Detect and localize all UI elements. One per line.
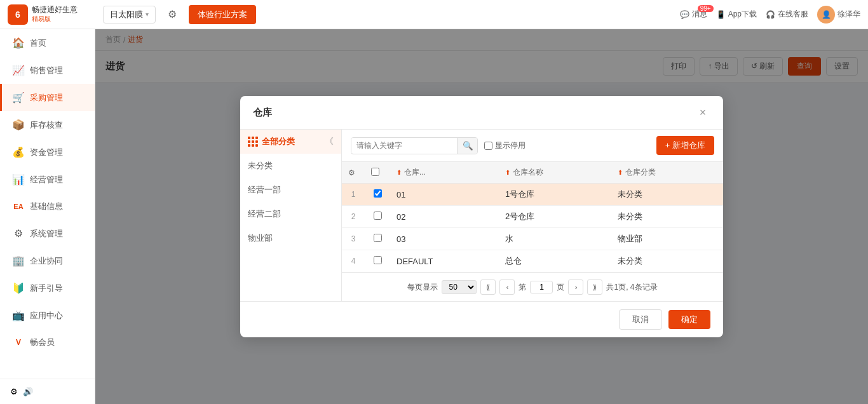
sidebar-item-operations[interactable]: 📊 经营管理 bbox=[0, 166, 95, 193]
table-row[interactable]: 4 DEFAULT 总仓 未分类 bbox=[342, 250, 723, 273]
sidebar-bottom[interactable]: ⚙ 🔊 bbox=[0, 379, 95, 404]
row-select-checkbox[interactable] bbox=[374, 189, 382, 198]
sidebar-item-finance[interactable]: 💰 资金管理 bbox=[0, 138, 95, 166]
add-warehouse-button[interactable]: + 新增仓库 bbox=[656, 136, 714, 155]
enterprise-icon: 🏢 bbox=[12, 255, 25, 267]
gear-button[interactable]: ⚙ bbox=[162, 4, 182, 25]
app-download-action[interactable]: 📱 App下载 bbox=[716, 9, 757, 20]
row-checkbox[interactable] bbox=[365, 206, 390, 228]
modal-close-button[interactable]: × bbox=[695, 105, 710, 120]
table-row[interactable]: 2 02 2号仓库 未分类 bbox=[342, 206, 723, 228]
volume-icon: 🔊 bbox=[23, 387, 33, 396]
page-number-input[interactable] bbox=[530, 281, 553, 293]
row-name: 总仓 bbox=[499, 250, 611, 273]
next-page-button[interactable]: › bbox=[568, 279, 583, 295]
prev-page-button[interactable]: ‹ bbox=[499, 279, 515, 295]
member-icon: V bbox=[12, 338, 25, 347]
sidebar-item-member[interactable]: V 畅会员 bbox=[0, 329, 95, 356]
sidebar-item-purchase[interactable]: 🛒 采购管理 bbox=[0, 84, 95, 111]
top-header: 6 畅捷通好生意 精易版 日太阳膜 ▾ ⚙ 体验行业方案 💬 消息 99+ 📱 … bbox=[0, 0, 868, 29]
search-box: 🔍 bbox=[351, 137, 478, 154]
system-icon: ⚙ bbox=[12, 227, 25, 239]
show-disabled-label: 显示停用 bbox=[484, 140, 526, 151]
sidebar-item-basics[interactable]: EA 基础信息 bbox=[0, 193, 95, 220]
select-all-checkbox[interactable] bbox=[371, 168, 379, 176]
modal-overlay: 仓库 × bbox=[95, 29, 868, 404]
row-index: 3 bbox=[342, 228, 365, 250]
table-row[interactable]: 3 03 水 物业部 bbox=[342, 228, 723, 250]
app-icon: 📱 bbox=[716, 10, 726, 19]
finance-icon: 💰 bbox=[12, 146, 25, 158]
sidebar-item-apps[interactable]: 📺 应用中心 bbox=[0, 302, 95, 329]
notification-action[interactable]: 💬 消息 99+ bbox=[680, 9, 707, 20]
row-name: 1号仓库 bbox=[499, 184, 611, 206]
row-select-checkbox[interactable] bbox=[374, 212, 382, 220]
sidebar-item-sales[interactable]: 📈 销售管理 bbox=[0, 57, 95, 84]
sales-icon: 📈 bbox=[12, 64, 25, 76]
row-select-checkbox[interactable] bbox=[374, 234, 382, 242]
sidebar-item-enterprise[interactable]: 🏢 企业协同 bbox=[0, 247, 95, 274]
confirm-button[interactable]: 确定 bbox=[668, 310, 710, 329]
logo-icon: 6 bbox=[8, 4, 28, 25]
row-name: 水 bbox=[499, 228, 611, 250]
online-service-action[interactable]: 🎧 在线客服 bbox=[766, 9, 808, 20]
online-service-label: 在线客服 bbox=[778, 9, 808, 20]
modal-title: 仓库 bbox=[253, 107, 272, 119]
search-input[interactable] bbox=[351, 138, 457, 153]
purchase-icon: 🛒 bbox=[12, 91, 25, 104]
sidebar: 🏠 首页 📈 销售管理 🛒 采购管理 📦 库存核查 💰 资金管理 📊 经营管理 … bbox=[0, 29, 95, 404]
row-name: 2号仓库 bbox=[499, 206, 611, 228]
collapse-icon[interactable]: 《 bbox=[325, 136, 334, 147]
row-select-checkbox[interactable] bbox=[374, 256, 382, 264]
user-action[interactable]: 👤 徐泽华 bbox=[817, 6, 860, 24]
search-button[interactable]: 🔍 bbox=[457, 138, 478, 154]
user-avatar-icon: 👤 bbox=[822, 10, 831, 19]
sidebar-item-inventory[interactable]: 📦 库存核查 bbox=[0, 111, 95, 138]
cancel-button[interactable]: 取消 bbox=[619, 309, 662, 330]
per-page-select[interactable]: 50 100 200 bbox=[442, 280, 477, 294]
category-list: 未分类 经营一部 经营二部 物业部 bbox=[240, 154, 341, 301]
sort-icon: ⬆ bbox=[397, 169, 402, 176]
sort-icon-cat: ⬆ bbox=[618, 169, 623, 176]
page-suffix: 页 bbox=[557, 282, 564, 293]
category-item-property[interactable]: 物业部 bbox=[240, 226, 341, 250]
sidebar-label-member: 畅会员 bbox=[30, 337, 55, 348]
row-checkbox[interactable] bbox=[365, 184, 390, 206]
trial-button[interactable]: 体验行业方案 bbox=[189, 5, 256, 24]
th-settings: ⚙ bbox=[342, 162, 365, 184]
row-code: 03 bbox=[390, 228, 499, 250]
show-disabled-checkbox[interactable] bbox=[484, 142, 492, 150]
category-item-uncategorized[interactable]: 未分类 bbox=[240, 154, 341, 178]
category-item-ops1[interactable]: 经营一部 bbox=[240, 178, 341, 202]
category-header[interactable]: 全部分类 《 bbox=[240, 130, 341, 154]
row-code: 02 bbox=[390, 206, 499, 228]
th-name: ⬆ 仓库名称 bbox=[499, 162, 611, 184]
table-scroll: ⚙ ⬆ 仓库... bbox=[342, 162, 723, 273]
logo-area: 6 畅捷通好生意 精易版 bbox=[8, 4, 103, 25]
guide-icon: 🔰 bbox=[12, 282, 25, 294]
sidebar-label-inventory: 库存核查 bbox=[30, 119, 63, 131]
category-item-ops2[interactable]: 经营二部 bbox=[240, 202, 341, 226]
store-name: 日太阳膜 bbox=[110, 9, 143, 20]
sidebar-item-guide[interactable]: 🔰 新手引导 bbox=[0, 274, 95, 302]
row-checkbox[interactable] bbox=[365, 228, 390, 250]
row-category: 未分类 bbox=[611, 206, 723, 228]
modal-footer: 取消 确定 bbox=[240, 301, 723, 337]
row-index: 4 bbox=[342, 250, 365, 273]
store-selector[interactable]: 日太阳膜 ▾ bbox=[103, 6, 156, 24]
sidebar-item-system[interactable]: ⚙ 系统管理 bbox=[0, 220, 95, 247]
sidebar-item-home[interactable]: 🏠 首页 bbox=[0, 29, 95, 57]
total-text: 共1页, 4条记录 bbox=[606, 282, 657, 293]
row-checkbox[interactable] bbox=[365, 250, 390, 273]
table-row[interactable]: 1 01 1号仓库 未分类 bbox=[342, 184, 723, 206]
table-toolbar: 🔍 显示停用 + 新增仓库 bbox=[342, 130, 723, 162]
avatar: 👤 bbox=[817, 6, 835, 24]
row-category: 物业部 bbox=[611, 228, 723, 250]
sidebar-label-home: 首页 bbox=[30, 37, 46, 49]
last-page-button[interactable]: ⟫ bbox=[587, 279, 602, 295]
chevron-down-icon: ▾ bbox=[146, 11, 149, 18]
header-right: 💬 消息 99+ 📱 App下载 🎧 在线客服 👤 徐泽华 bbox=[680, 6, 860, 24]
apps-icon: 📺 bbox=[12, 309, 25, 321]
sidebar-label-purchase: 采购管理 bbox=[30, 92, 63, 104]
first-page-button[interactable]: ⟪ bbox=[480, 279, 496, 295]
